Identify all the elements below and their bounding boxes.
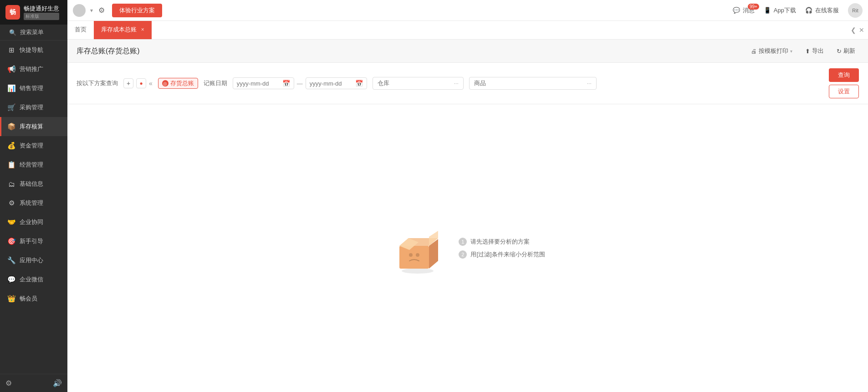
headset-icon: 🎧 bbox=[805, 7, 812, 14]
svg-point-0 bbox=[402, 268, 434, 274]
date-from-input[interactable] bbox=[237, 80, 282, 87]
date-group: 📅 — 📅 bbox=[233, 77, 367, 89]
refresh-icon: ↻ bbox=[837, 48, 842, 55]
sidebar-item-apps[interactable]: 🔧 应用中心 bbox=[0, 251, 67, 270]
sidebar-item-guide[interactable]: 🎯 新手引导 bbox=[0, 232, 67, 251]
sidebar-item-sales[interactable]: 📊 销售管理 bbox=[0, 79, 67, 98]
user-avatar bbox=[73, 4, 86, 17]
sidebar-item-cooperation[interactable]: 🤝 企业协同 bbox=[0, 213, 67, 232]
system-icon: ⚙ bbox=[7, 199, 16, 208]
empty-tip-2: 2 用[过滤]条件来缩小分析范围 bbox=[459, 250, 545, 259]
product-label: 商品 bbox=[474, 79, 486, 87]
topbar: ▾ ⚙ 体验行业方案 💬 消息 99+ 📱 App下载 🎧 在线客服 Rit bbox=[67, 0, 868, 21]
sidebar-item-system[interactable]: ⚙ 系统管理 bbox=[0, 193, 67, 213]
empty-tip-1: 1 请先选择要分析的方案 bbox=[459, 238, 545, 246]
sidebar-item-finance[interactable]: 💰 资金管理 bbox=[0, 136, 67, 155]
sidebar-footer: ⚙ 🔊 bbox=[0, 374, 67, 392]
basic-icon: 🗂 bbox=[7, 179, 16, 188]
date-label: 记账日期 bbox=[204, 79, 227, 87]
filter-right-actions: 查询 设置 bbox=[829, 68, 859, 98]
sidebar-item-wechat[interactable]: 💬 企业微信 bbox=[0, 270, 67, 289]
wechat-icon: 💬 bbox=[7, 275, 16, 284]
inventory-icon: 📦 bbox=[7, 122, 16, 131]
warehouse-label: 仓库 bbox=[378, 79, 389, 87]
empty-illustration bbox=[390, 221, 445, 275]
sound-footer-icon[interactable]: 🔊 bbox=[53, 379, 62, 387]
apps-icon: 🔧 bbox=[7, 256, 16, 265]
logo-text: 畅捷通好生意 标准版 bbox=[24, 5, 59, 20]
online-service-action[interactable]: 🎧 在线客服 bbox=[805, 6, 839, 15]
message-action[interactable]: 💬 消息 99+ bbox=[733, 6, 755, 15]
page-header: 库存总账(存货总账) 🖨 按模板打印 ▾ ⬆ 导出 ↻ 刷新 bbox=[67, 40, 868, 63]
filter-actions: + ● « bbox=[123, 78, 153, 88]
print-btn[interactable]: 🖨 按模板打印 ▾ bbox=[747, 45, 796, 57]
date-to-input[interactable] bbox=[310, 80, 355, 87]
product-select[interactable]: 商品 ··· bbox=[469, 77, 597, 90]
page-title: 库存总账(存货总账) bbox=[77, 46, 140, 56]
operations-icon: 📋 bbox=[7, 160, 16, 169]
date-from-input-wrap[interactable]: 📅 bbox=[233, 77, 294, 89]
svg-point-4 bbox=[409, 253, 413, 257]
user-avatar-right[interactable]: Rit bbox=[848, 3, 863, 18]
sidebar-nav: ⊞ 快捷导航 📢 营销推广 📊 销售管理 🛒 采购管理 📦 库存核算 💰 资金管… bbox=[0, 41, 67, 374]
calendar-to-icon[interactable]: 📅 bbox=[355, 80, 363, 87]
message-badge: 99+ bbox=[748, 4, 759, 10]
tab-close-icon[interactable]: × bbox=[141, 26, 144, 33]
print-icon: 🖨 bbox=[751, 48, 757, 55]
export-btn[interactable]: ⬆ 导出 bbox=[802, 45, 827, 57]
main-area: ▾ ⚙ 体验行业方案 💬 消息 99+ 📱 App下载 🎧 在线客服 Rit bbox=[67, 0, 868, 392]
tab-close-all-icon[interactable]: ✕ bbox=[859, 26, 864, 34]
tip-num-2: 2 bbox=[459, 250, 467, 259]
sidebar-item-purchase[interactable]: 🛒 采购管理 bbox=[0, 98, 67, 117]
filter-add-btn[interactable]: + bbox=[123, 78, 133, 88]
query-btn[interactable]: 查询 bbox=[829, 68, 859, 82]
quick-nav-icon: ⊞ bbox=[7, 46, 16, 55]
industry-btn[interactable]: 体验行业方案 bbox=[112, 4, 162, 17]
guide-icon: 🎯 bbox=[7, 237, 16, 246]
sidebar-item-quick-nav[interactable]: ⊞ 快捷导航 bbox=[0, 41, 67, 60]
logo-icon: 畅 bbox=[5, 5, 20, 20]
settings-footer-icon[interactable]: ⚙ bbox=[5, 379, 12, 387]
filter-clear-icon: ● bbox=[139, 80, 143, 87]
tab-home[interactable]: 首页 bbox=[67, 21, 94, 39]
topbar-right: 💬 消息 99+ 📱 App下载 🎧 在线客服 Rit bbox=[733, 3, 863, 18]
phone-icon: 📱 bbox=[764, 7, 771, 14]
page-header-actions: 🖨 按模板打印 ▾ ⬆ 导出 ↻ 刷新 bbox=[747, 45, 859, 57]
sidebar-item-marketing[interactable]: 📢 营销推广 bbox=[0, 60, 67, 79]
filter-bar: 按以下方案查询 + ● « ◎ 存货总账 记账日期 bbox=[67, 63, 868, 104]
calendar-from-icon[interactable]: 📅 bbox=[282, 80, 290, 87]
refresh-btn[interactable]: ↻ 刷新 bbox=[833, 45, 859, 57]
cooperation-icon: 🤝 bbox=[7, 218, 16, 227]
topbar-left: ▾ ⚙ 体验行业方案 bbox=[73, 4, 733, 17]
sidebar-search[interactable]: 🔍 搜索菜单 bbox=[0, 25, 67, 41]
sidebar-item-basic[interactable]: 🗂 基础信息 bbox=[0, 174, 67, 193]
filter-scheme-item[interactable]: ◎ 存货总账 bbox=[158, 78, 198, 89]
app-download-action[interactable]: 📱 App下载 bbox=[764, 6, 796, 15]
sidebar-item-member[interactable]: 👑 畅会员 bbox=[0, 289, 67, 308]
purchase-icon: 🛒 bbox=[7, 103, 16, 112]
sidebar-item-inventory[interactable]: 📦 库存核算 bbox=[0, 117, 67, 136]
filter-row: 按以下方案查询 + ● « ◎ 存货总账 记账日期 bbox=[77, 68, 859, 98]
date-to-input-wrap[interactable]: 📅 bbox=[306, 77, 367, 89]
topbar-gear-icon[interactable]: ⚙ bbox=[98, 6, 105, 15]
sales-icon: 📊 bbox=[7, 84, 16, 93]
member-icon: 👑 bbox=[7, 294, 16, 303]
marketing-icon: 📢 bbox=[7, 65, 16, 74]
print-dropdown-icon[interactable]: ▾ bbox=[790, 49, 792, 54]
warehouse-more-icon[interactable]: ··· bbox=[454, 80, 459, 87]
filter-collapse-btn[interactable]: « bbox=[149, 80, 153, 87]
scheme-icon: ◎ bbox=[162, 80, 168, 87]
tabs-bar: 首页 库存成本总账 × ❮ ✕ bbox=[67, 21, 868, 40]
tab-prev-icon[interactable]: ❮ bbox=[851, 26, 856, 34]
settings-btn[interactable]: 设置 bbox=[829, 85, 859, 98]
message-icon: 💬 bbox=[733, 7, 740, 14]
search-icon: 🔍 bbox=[9, 29, 16, 36]
product-more-icon[interactable]: ··· bbox=[587, 80, 592, 87]
warehouse-select[interactable]: 仓库 ··· bbox=[373, 77, 464, 90]
user-dropdown-icon[interactable]: ▾ bbox=[90, 7, 93, 14]
filter-clear-btn[interactable]: ● bbox=[136, 78, 146, 88]
sidebar: 畅 畅捷通好生意 标准版 🔍 搜索菜单 ⊞ 快捷导航 📢 营销推广 📊 销售管理… bbox=[0, 0, 67, 392]
tab-inventory-ledger[interactable]: 库存成本总账 × bbox=[94, 21, 152, 39]
sidebar-item-operations[interactable]: 📋 经营管理 bbox=[0, 155, 67, 174]
svg-point-5 bbox=[416, 253, 419, 257]
